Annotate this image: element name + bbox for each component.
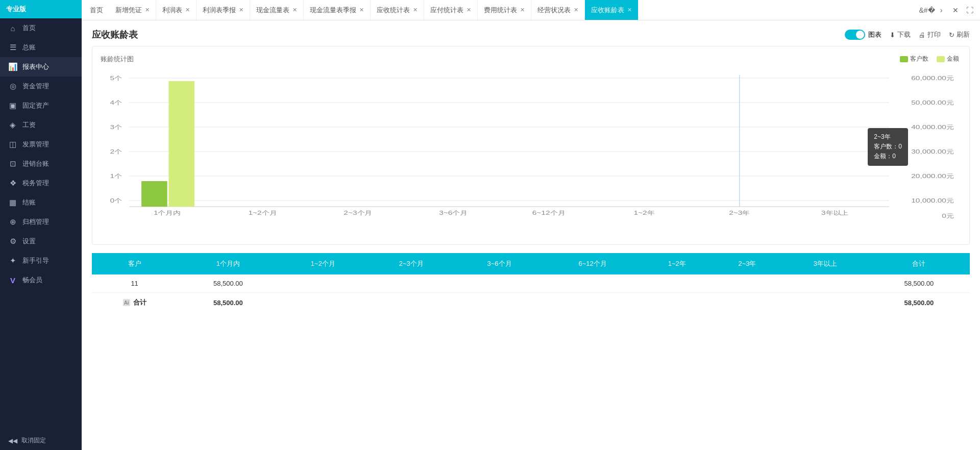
tab-close-icon[interactable]: ✕ bbox=[145, 7, 150, 13]
print-button[interactable]: 🖨 打印 bbox=[919, 30, 941, 39]
closing-icon: ▦ bbox=[8, 198, 17, 207]
sidebar-item-label: 结账 bbox=[22, 198, 36, 207]
tab-payable-stat[interactable]: 应付统计表 ✕ bbox=[424, 0, 478, 20]
sidebar-item-label: 报表中心 bbox=[22, 62, 49, 71]
sidebar-item-invoice[interactable]: ◫ 发票管理 bbox=[0, 135, 82, 154]
sidebar-item-ledger[interactable]: ☰ 总账 bbox=[0, 38, 82, 57]
tab-close-icon[interactable]: ✕ bbox=[185, 7, 190, 13]
sidebar-item-closing[interactable]: ▦ 结账 bbox=[0, 193, 82, 212]
tab-close-icon[interactable]: ✕ bbox=[413, 7, 418, 13]
svg-text:0个: 0个 bbox=[110, 197, 122, 204]
reports-icon: 📊 bbox=[8, 62, 17, 71]
sidebar-item-label: 总账 bbox=[22, 43, 36, 52]
toggle-knob[interactable] bbox=[845, 30, 865, 40]
col-customer: 客户 bbox=[92, 253, 177, 274]
tab-label: 新增凭证 bbox=[115, 6, 142, 15]
sidebar-item-archive[interactable]: ⊕ 归档管理 bbox=[0, 212, 82, 232]
tab-home[interactable]: 首页 bbox=[84, 0, 109, 20]
tab-scroll-left[interactable]: &#� bbox=[921, 4, 933, 16]
sidebar-item-vip[interactable]: V 畅会员 bbox=[0, 270, 82, 290]
tab-close-icon[interactable]: ✕ bbox=[520, 7, 525, 13]
svg-text:1~2年: 1~2年 bbox=[633, 210, 654, 216]
cell-2-3year bbox=[712, 274, 782, 293]
sidebar-item-assets[interactable]: ▣ 固定资产 bbox=[0, 96, 82, 115]
tab-biz-stat[interactable]: 经营状况表 ✕ bbox=[531, 0, 585, 20]
salary-icon: ◈ bbox=[8, 120, 17, 130]
sidebar: 专业版 ⌂ 首页 ☰ 总账 📊 报表中心 ◎ 资金管理 ▣ 固定资产 ◈ 工资 … bbox=[0, 0, 82, 450]
main-area: 首页 新增凭证 ✕ 利润表 ✕ 利润表季报 ✕ 现金流量表 ✕ 现金流量表季报 … bbox=[82, 0, 980, 450]
tab-expense-stat[interactable]: 费用统计表 ✕ bbox=[478, 0, 531, 20]
refresh-button[interactable]: ↻ 刷新 bbox=[949, 30, 970, 39]
tab-expand[interactable]: ⛶ bbox=[964, 4, 976, 16]
tab-label: 应收统计表 bbox=[377, 6, 410, 15]
legend-customer-color bbox=[900, 56, 908, 62]
table-header-row: 客户 1个月内 1~2个月 2~3个月 3~6个月 6~12个月 1~2年 2~… bbox=[92, 253, 970, 274]
tab-profit-quarter[interactable]: 利润表季报 ✕ bbox=[197, 0, 250, 20]
page-content: 应收账龄表 图表 ⬇ 下载 🖨 打印 ↻ 刷新 bbox=[82, 20, 980, 450]
sidebar-item-tax[interactable]: ❖ 税务管理 bbox=[0, 173, 82, 193]
sidebar-item-reports[interactable]: 📊 报表中心 bbox=[0, 57, 82, 77]
sidebar-item-label: 归档管理 bbox=[22, 217, 49, 227]
svg-text:10,000.00元: 10,000.00元 bbox=[911, 197, 954, 204]
toggle-label: 图表 bbox=[868, 30, 881, 39]
legend-customer-label: 客户数 bbox=[910, 55, 928, 63]
total-1-2year bbox=[642, 293, 712, 313]
ledger-icon: ☰ bbox=[8, 43, 17, 52]
chart-area: 账龄统计图 客户数 金额 5个 4个 3个 2个 1个 0个 bbox=[92, 46, 970, 245]
tab-close-all[interactable]: ✕ bbox=[949, 4, 962, 16]
tab-close-icon[interactable]: ✕ bbox=[467, 7, 471, 13]
svg-text:50,000.00元: 50,000.00元 bbox=[911, 99, 954, 106]
svg-text:3个: 3个 bbox=[110, 124, 122, 130]
tab-aging[interactable]: 应收账龄表 ✕ bbox=[585, 0, 639, 20]
table-total-row: Ai 合计 58,500.00 58,500.00 bbox=[92, 293, 970, 313]
svg-text:1个月内: 1个月内 bbox=[154, 210, 181, 216]
svg-text:60,000.00元: 60,000.00元 bbox=[911, 75, 954, 81]
sidebar-item-guide[interactable]: ✦ 新手引导 bbox=[0, 251, 82, 270]
tab-label: 应付统计表 bbox=[430, 6, 463, 15]
tab-close-icon[interactable]: ✕ bbox=[627, 7, 632, 13]
tab-cashflow[interactable]: 现金流量表 ✕ bbox=[250, 0, 304, 20]
sidebar-pin-toggle[interactable]: ◀◀ 取消固定 bbox=[0, 431, 82, 450]
svg-text:0元: 0元 bbox=[942, 213, 954, 219]
total-1month: 58,500.00 bbox=[177, 293, 279, 313]
tab-label: 利润表季报 bbox=[203, 6, 236, 15]
refresh-icon: ↻ bbox=[949, 31, 954, 39]
tab-close-icon[interactable]: ✕ bbox=[574, 7, 578, 13]
tab-cashflow-quarter[interactable]: 现金流量表季报 ✕ bbox=[304, 0, 371, 20]
svg-text:5个: 5个 bbox=[110, 75, 122, 81]
tab-close-icon[interactable]: ✕ bbox=[239, 7, 243, 13]
svg-text:20,000.00元: 20,000.00元 bbox=[911, 173, 954, 179]
legend-amount: 金额 bbox=[937, 55, 959, 63]
sidebar-item-home[interactable]: ⌂ 首页 bbox=[0, 18, 82, 38]
tab-voucher[interactable]: 新增凭证 ✕ bbox=[109, 0, 156, 20]
cell-1month: 58,500.00 bbox=[177, 274, 279, 293]
tab-scroll-right[interactable]: › bbox=[935, 4, 947, 16]
home-icon: ⌂ bbox=[8, 24, 17, 33]
sidebar-item-label: 新手引导 bbox=[22, 256, 49, 265]
cell-3-6month bbox=[455, 274, 544, 293]
sidebar-item-stock[interactable]: ⊡ 进销台账 bbox=[0, 154, 82, 173]
total-1-2month bbox=[279, 293, 367, 313]
tab-profit[interactable]: 利润表 ✕ bbox=[156, 0, 197, 20]
sidebar-item-settings[interactable]: ⚙ 设置 bbox=[0, 232, 82, 251]
tab-close-icon[interactable]: ✕ bbox=[359, 7, 364, 13]
tab-nav-controls: &#� › ✕ ⛶ bbox=[921, 4, 978, 16]
data-table: 客户 1个月内 1~2个月 2~3个月 3~6个月 6~12个月 1~2年 2~… bbox=[92, 253, 970, 312]
guide-icon: ✦ bbox=[8, 256, 17, 265]
chart-toggle[interactable]: 图表 bbox=[845, 30, 881, 40]
sidebar-item-funds[interactable]: ◎ 资金管理 bbox=[0, 77, 82, 96]
header-actions: 图表 ⬇ 下载 🖨 打印 ↻ 刷新 bbox=[845, 30, 970, 40]
tab-label: 现金流量表 bbox=[256, 6, 289, 15]
sidebar-item-salary[interactable]: ◈ 工资 bbox=[0, 115, 82, 135]
chart-svg: 5个 4个 3个 2个 1个 0个 60,000.00元 50,000.00元 … bbox=[101, 70, 961, 223]
download-button[interactable]: ⬇ 下载 bbox=[890, 30, 911, 39]
tab-close-icon[interactable]: ✕ bbox=[292, 7, 297, 13]
refresh-label: 刷新 bbox=[957, 30, 970, 39]
print-label: 打印 bbox=[927, 30, 941, 39]
chart-title: 账龄统计图 bbox=[101, 55, 961, 64]
tab-receivable-stat[interactable]: 应收统计表 ✕ bbox=[371, 0, 424, 20]
svg-text:2~3年: 2~3年 bbox=[729, 210, 750, 216]
legend-amount-label: 金额 bbox=[947, 55, 959, 63]
total-6-12month bbox=[544, 293, 642, 313]
archive-icon: ⊕ bbox=[8, 217, 17, 227]
